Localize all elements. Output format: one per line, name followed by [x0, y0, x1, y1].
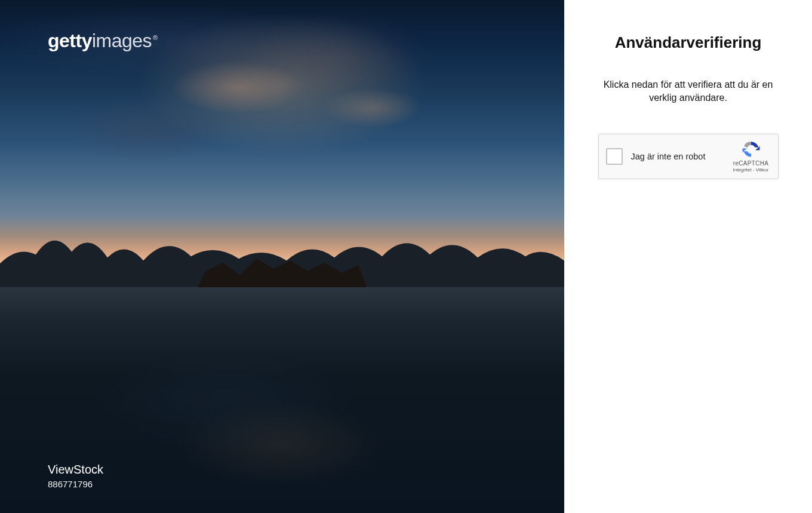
registered-mark: ® [153, 34, 158, 41]
recaptcha-icon [742, 140, 761, 159]
gettyimages-logo: gettyimages® [48, 30, 158, 52]
recaptcha-legal-links: Integritet - Villkor [731, 167, 771, 173]
hero-image-panel: gettyimages® ViewStock 886771796 [0, 0, 564, 513]
credit-image-id: 886771796 [48, 479, 103, 489]
recaptcha-terms-link[interactable]: Villkor [756, 167, 769, 173]
recaptcha-widget: Jag är inte en robot reCAPTCHA Integrite… [598, 134, 779, 179]
verification-instruction: Klicka nedan för att verifiera att du är… [588, 78, 788, 105]
credit-author: ViewStock [48, 463, 103, 477]
clouds [57, 26, 508, 231]
logo-part-getty: getty [48, 30, 92, 51]
recaptcha-badge: reCAPTCHA Integritet - Villkor [731, 140, 771, 173]
page-title: Användarverifiering [615, 33, 762, 52]
logo-part-images: images [92, 30, 152, 51]
recaptcha-brand-text: reCAPTCHA [731, 160, 771, 167]
recaptcha-label: Jag är inte en robot [631, 152, 731, 161]
image-credit: ViewStock 886771796 [48, 463, 103, 489]
recaptcha-privacy-link[interactable]: Integritet [733, 167, 752, 173]
verification-panel: Användarverifiering Klicka nedan för att… [564, 0, 812, 513]
recaptcha-link-separator: - [752, 167, 756, 173]
recaptcha-checkbox[interactable] [606, 148, 623, 165]
